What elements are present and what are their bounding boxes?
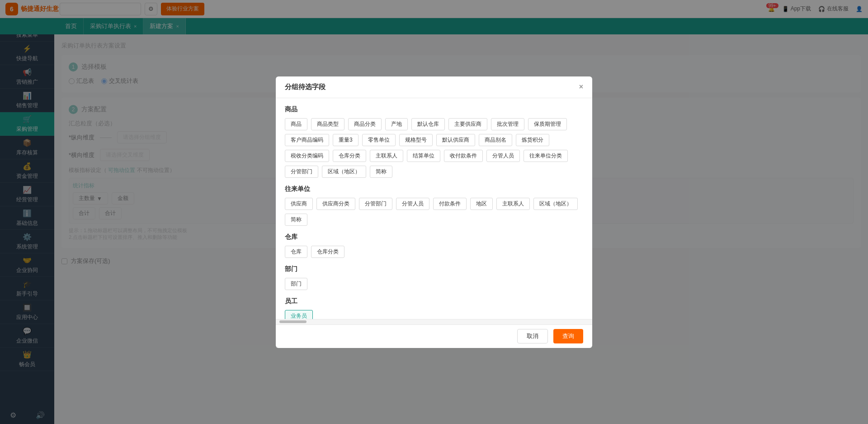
field-tag-warehouse-仓库分类[interactable]: 仓库分类 [311, 246, 344, 258]
modal-overlay: 分组待选字段 × 商品 商品 商品类型 商品分类 产地 默认仓库 主要供应商 批… [0, 0, 868, 424]
field-tag-goods-重量3[interactable]: 重量3 [333, 134, 359, 146]
field-tag-partner-付款条件[interactable]: 付款条件 [433, 198, 467, 210]
field-tag-goods-商品[interactable]: 商品 [285, 118, 307, 130]
section-title-department: 部门 [285, 265, 583, 273]
modal-header: 分组待选字段 × [276, 76, 592, 98]
field-tag-goods-保质期管理[interactable]: 保质期管理 [528, 118, 567, 130]
field-tag-goods-规格型号[interactable]: 规格型号 [399, 134, 433, 146]
modal-horizontal-scrollbar[interactable] [276, 319, 592, 324]
field-tag-department-部门[interactable]: 部门 [285, 278, 307, 290]
field-tag-goods-客户商品编码[interactable]: 客户商品编码 [285, 134, 329, 146]
field-tag-partner-简称[interactable]: 简称 [285, 214, 307, 226]
field-tag-goods-商品分类[interactable]: 商品分类 [348, 118, 382, 130]
field-tag-goods-主要供应商[interactable]: 主要供应商 [448, 118, 487, 130]
field-tag-goods-产地[interactable]: 产地 [385, 118, 408, 130]
section-title-partner: 往来单位 [285, 185, 583, 193]
field-tag-goods-默认仓库[interactable]: 默认仓库 [411, 118, 445, 130]
section-title-goods: 商品 [285, 105, 583, 114]
section-title-employee: 员工 [285, 297, 583, 305]
field-tag-goods-税收分类编码[interactable]: 税收分类编码 [285, 150, 329, 162]
field-tag-partner-供应商分类[interactable]: 供应商分类 [316, 198, 355, 210]
field-tags-employee: 业务员 [285, 310, 583, 319]
field-tag-partner-分管人员[interactable]: 分管人员 [396, 198, 429, 210]
field-tags-partner: 供应商 供应商分类 分管部门 分管人员 付款条件 地区 主联系人 区域（地区） … [285, 198, 583, 226]
modal-body[interactable]: 商品 商品 商品类型 商品分类 产地 默认仓库 主要供应商 批次管理 保质期管理… [276, 98, 592, 319]
field-tags-department: 部门 [285, 278, 583, 290]
field-tag-goods-默认供应商[interactable]: 默认供应商 [436, 134, 475, 146]
modal-title: 分组待选字段 [285, 83, 326, 91]
modal-confirm-button[interactable]: 查询 [553, 329, 583, 343]
modal-close-button[interactable]: × [579, 83, 583, 91]
field-tag-employee-业务员[interactable]: 业务员 [285, 310, 313, 319]
field-tag-goods-区域地区[interactable]: 区域（地区） [322, 166, 366, 178]
field-tag-partner-地区[interactable]: 地区 [470, 198, 493, 210]
field-tag-goods-简称[interactable]: 简称 [370, 166, 392, 178]
field-tag-goods-分管部门[interactable]: 分管部门 [285, 166, 318, 178]
field-tags-warehouse: 仓库 仓库分类 [285, 246, 583, 258]
field-tag-goods-主联系人[interactable]: 主联系人 [370, 150, 403, 162]
field-tag-warehouse-仓库[interactable]: 仓库 [285, 246, 307, 258]
field-tag-goods-仓库分类[interactable]: 仓库分类 [333, 150, 366, 162]
field-tag-goods-商品别名[interactable]: 商品别名 [479, 134, 512, 146]
field-tag-partner-供应商[interactable]: 供应商 [285, 198, 313, 210]
field-tag-goods-收付款条件[interactable]: 收付款条件 [444, 150, 483, 162]
field-tag-goods-结算单位[interactable]: 结算单位 [407, 150, 440, 162]
field-tag-goods-商品类型[interactable]: 商品类型 [311, 118, 344, 130]
field-tag-partner-区域地区[interactable]: 区域（地区） [533, 198, 578, 210]
field-tag-goods-炼货积分[interactable]: 炼货积分 [516, 134, 549, 146]
field-tag-goods-分管人员[interactable]: 分管人员 [486, 150, 520, 162]
field-tag-partner-分管部门[interactable]: 分管部门 [359, 198, 392, 210]
field-tag-goods-零售单位[interactable]: 零售单位 [362, 134, 396, 146]
section-title-warehouse: 仓库 [285, 233, 583, 241]
field-tag-goods-往来单位分类[interactable]: 往来单位分类 [524, 150, 568, 162]
field-tag-partner-主联系人[interactable]: 主联系人 [496, 198, 530, 210]
field-select-modal: 分组待选字段 × 商品 商品 商品类型 商品分类 产地 默认仓库 主要供应商 批… [276, 76, 592, 348]
field-tag-goods-批次管理[interactable]: 批次管理 [491, 118, 524, 130]
field-tags-goods: 商品 商品类型 商品分类 产地 默认仓库 主要供应商 批次管理 保质期管理 客户… [285, 118, 583, 178]
modal-cancel-button[interactable]: 取消 [517, 329, 548, 343]
modal-footer: 取消 查询 [276, 324, 592, 348]
